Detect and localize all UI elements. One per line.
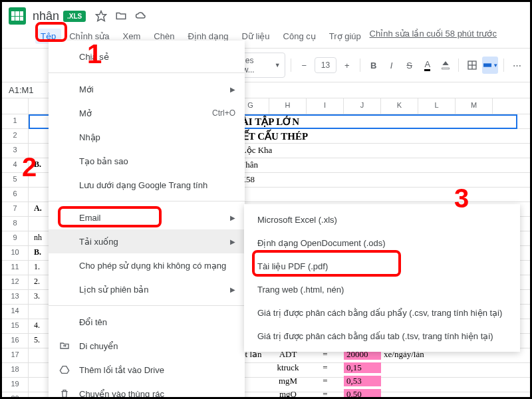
- cell[interactable]: 5.: [31, 334, 43, 346]
- document-title[interactable]: nhân: [33, 9, 59, 23]
- file-menu-item[interactable]: Nhập: [49, 125, 245, 149]
- menu-item-label: Tạo bản sao: [79, 156, 235, 166]
- svg-rect-1: [442, 68, 449, 69]
- blank-icon: [58, 315, 71, 329]
- download-submenu-item[interactable]: Giá trị được phân cách bằng dấu tab (.ts…: [244, 325, 520, 348]
- file-menu-item[interactable]: Cho phép sử dụng khi không có mạng: [49, 253, 245, 277]
- row-header[interactable]: 9: [2, 231, 29, 245]
- trash-icon: [58, 387, 71, 399]
- blank-icon: [58, 82, 71, 96]
- file-menu-item[interactable]: Email▶: [49, 205, 245, 229]
- file-menu-item[interactable]: Lưu dưới dạng Google Trang tính: [49, 173, 245, 197]
- blank-icon: [58, 259, 71, 272]
- cell[interactable]: 3.: [31, 290, 43, 303]
- menu-item-label: Đổi tên: [79, 317, 235, 327]
- cell[interactable]: A.: [31, 202, 45, 215]
- svg-rect-5: [483, 63, 491, 66]
- blank-icon: [58, 283, 71, 296]
- file-menu-item[interactable]: Mới▶: [49, 77, 245, 101]
- file-menu-item[interactable]: Chia sẻ: [49, 45, 245, 68]
- row-header[interactable]: 3: [2, 144, 29, 158]
- font-size-minus[interactable]: −: [297, 57, 312, 74]
- row-header[interactable]: 2: [2, 129, 29, 143]
- select-all-corner[interactable]: [2, 98, 29, 114]
- menu-tools[interactable]: Công cụ: [278, 29, 321, 44]
- row-header[interactable]: 17: [2, 348, 29, 362]
- download-submenu-item[interactable]: Định dạng OpenDocument (.ods): [244, 231, 520, 255]
- borders-button[interactable]: [464, 57, 479, 74]
- more-button[interactable]: ⋯: [509, 57, 525, 74]
- col-h[interactable]: H: [269, 98, 307, 114]
- blank-icon: [58, 154, 71, 168]
- download-submenu-item[interactable]: Trang web (.html, nén): [244, 278, 520, 301]
- font-size[interactable]: 13: [315, 57, 336, 73]
- font-size-plus[interactable]: +: [339, 57, 354, 74]
- file-menu-item[interactable]: Tạo bản sao: [49, 149, 245, 173]
- star-icon[interactable]: [95, 10, 107, 22]
- file-menu-item[interactable]: Đổi tên: [49, 310, 245, 334]
- row-header[interactable]: 11: [2, 261, 29, 275]
- menu-item-label: Di chuyển: [79, 341, 235, 351]
- blank-icon: [58, 130, 71, 144]
- download-submenu-item[interactable]: Tài liệu PDF (.pdf): [244, 255, 520, 278]
- file-menu-item[interactable]: Thêm lối tắt vào Drive: [49, 358, 245, 382]
- row-header[interactable]: 7: [2, 202, 29, 216]
- file-menu-item[interactable]: Chuyển vào thùng rác: [49, 382, 245, 399]
- row-header[interactable]: 13: [2, 290, 29, 304]
- row-header[interactable]: 6: [2, 188, 29, 201]
- cell[interactable]: B.: [31, 158, 44, 171]
- cell[interactable]: B.: [31, 246, 44, 259]
- move-folder-icon[interactable]: [115, 10, 127, 22]
- fill-color-button[interactable]: [438, 57, 453, 74]
- menu-item-label: Lưu dưới dạng Google Trang tính: [79, 180, 235, 190]
- menu-help[interactable]: Trợ giúp: [324, 29, 366, 44]
- menu-item-label: Mới: [79, 84, 222, 94]
- strike-button[interactable]: S: [402, 57, 417, 74]
- row-header[interactable]: 12: [2, 275, 29, 289]
- col-m[interactable]: M: [456, 98, 493, 114]
- menu-item-label: Cho phép sử dụng khi không có mạng: [79, 261, 235, 271]
- file-menu-item[interactable]: Lịch sử phiên bản▶: [49, 277, 245, 301]
- col-l[interactable]: L: [418, 98, 456, 114]
- blank-icon: [58, 235, 71, 248]
- row-header[interactable]: 19: [2, 378, 29, 392]
- bold-button[interactable]: B: [366, 57, 381, 74]
- last-edit-link[interactable]: Chỉnh sửa lần cuối 58 phút trước: [370, 29, 497, 44]
- menu-item-label: Mở: [79, 108, 204, 118]
- menu-item-label: Nhập: [79, 132, 235, 142]
- row-header[interactable]: 20: [2, 392, 29, 399]
- svg-marker-0: [96, 11, 106, 21]
- col-j[interactable]: J: [344, 98, 381, 114]
- blank-icon: [58, 178, 71, 192]
- row-header[interactable]: 4: [2, 158, 29, 172]
- cloud-icon[interactable]: [135, 10, 147, 22]
- row-header[interactable]: 15: [2, 319, 29, 333]
- cell[interactable]: 4.: [31, 319, 43, 332]
- blank-icon: [58, 211, 71, 224]
- merge-button[interactable]: ▼: [482, 57, 498, 74]
- sheets-logo[interactable]: [9, 7, 26, 25]
- row-header[interactable]: 14: [2, 305, 29, 319]
- row-header[interactable]: 8: [2, 217, 29, 231]
- row-header[interactable]: 1: [2, 114, 29, 128]
- file-menu-item[interactable]: Tải xuống▶: [49, 229, 245, 253]
- cell[interactable]: 2.: [31, 275, 43, 288]
- file-menu-item[interactable]: Di chuyển: [49, 334, 245, 358]
- row-header[interactable]: 18: [2, 363, 29, 377]
- col-i[interactable]: I: [307, 98, 344, 114]
- row-header[interactable]: 10: [2, 246, 29, 260]
- menu-item-label: Tải xuống: [79, 237, 222, 247]
- cell[interactable]: 1.: [31, 261, 43, 273]
- file-menu-item[interactable]: MởCtrl+O: [49, 101, 245, 125]
- row-header[interactable]: 16: [2, 334, 29, 348]
- menu-item-label: Chia sẻ: [79, 52, 235, 62]
- cell[interactable]: nh: [31, 231, 45, 244]
- text-color-button[interactable]: A: [420, 57, 435, 74]
- italic-button[interactable]: I: [384, 57, 399, 74]
- menu-item-label: Chuyển vào thùng rác: [79, 389, 235, 399]
- sheets-logo-grid: [11, 11, 23, 21]
- col-k[interactable]: K: [381, 98, 418, 114]
- download-submenu-item[interactable]: Microsoft Excel (.xls): [244, 208, 520, 231]
- download-submenu-item[interactable]: Giá trị được phân cách bằng dấu phẩy (.c…: [244, 301, 520, 325]
- row-header[interactable]: 5: [2, 173, 29, 187]
